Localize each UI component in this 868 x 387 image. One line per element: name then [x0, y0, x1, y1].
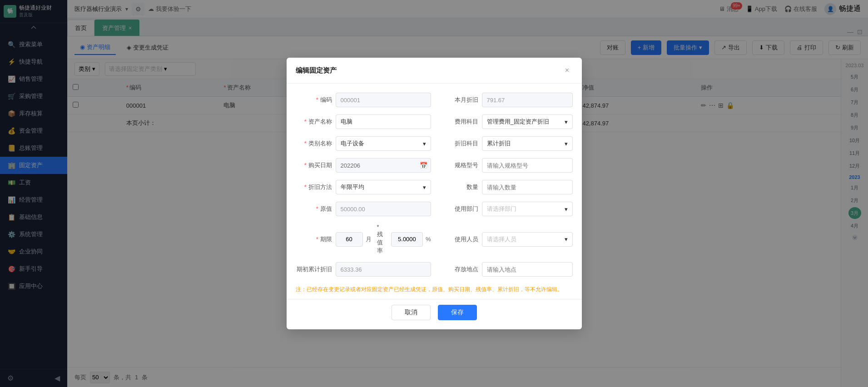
spec-model-input[interactable]	[482, 158, 573, 173]
quantity-input[interactable]	[482, 180, 573, 194]
save-button[interactable]: 保存	[438, 305, 477, 320]
original-value-label: * 原值	[296, 205, 332, 213]
accum-dep-input	[336, 262, 431, 277]
storage-location-label: 存放地点	[442, 265, 478, 273]
purchase-date-wrap: 📅	[336, 158, 431, 173]
modal-footer: 取消 保存	[287, 299, 582, 329]
modal-note: 注：已经存在变更记录或者对应固定资产已经生成凭证，原值、购买日期、残值率、累计折…	[287, 286, 582, 299]
category-row: * 类别名称 电子设备 ▾	[296, 136, 431, 151]
dep-method-row: * 折旧方法 年限平均 ▾	[296, 180, 431, 194]
purchase-date-label: * 购买日期	[296, 161, 332, 169]
modal-close-btn[interactable]: ×	[562, 65, 573, 76]
use-dept-row: 使用部门 请选择部门 ▾	[442, 202, 573, 216]
period-label: * 期限	[296, 235, 332, 243]
residual-rate-input[interactable]	[391, 232, 423, 247]
dep-method-label: * 折旧方法	[296, 183, 332, 191]
use-person-select[interactable]: 请选择人员 ▾	[482, 232, 573, 247]
expense-subject-select[interactable]: 管理费用_固定资产折旧 ▾	[482, 114, 573, 129]
period-unit-label: 月	[366, 235, 372, 243]
modal-overlay[interactable]: 编辑固定资产 × * 编码 本月折旧 * 资产名称	[0, 0, 868, 387]
dep-subject-label: 折旧科目	[442, 139, 478, 148]
code-label: * 编码	[296, 96, 332, 104]
dep-method-chevron-icon: ▾	[423, 184, 426, 191]
storage-location-row: 存放地点	[442, 262, 573, 277]
original-value-input[interactable]	[336, 202, 431, 216]
period-inputs: 月 * 残值率 %	[336, 223, 431, 255]
original-value-row: * 原值	[296, 202, 431, 216]
expense-chevron-icon: ▾	[565, 119, 568, 125]
monthly-depreciation-row: 本月折旧	[442, 93, 573, 107]
category-select[interactable]: 电子设备 ▾	[336, 136, 431, 151]
edit-asset-modal: 编辑固定资产 × * 编码 本月折旧 * 资产名称	[287, 58, 582, 329]
residual-rate-label: * 残值率	[377, 223, 387, 255]
use-person-row: 使用人员 请选择人员 ▾	[442, 223, 573, 255]
cancel-button[interactable]: 取消	[392, 305, 431, 320]
residual-rate-unit: %	[426, 236, 431, 243]
code-input[interactable]	[336, 93, 431, 107]
dep-subject-select[interactable]: 累计折旧 ▾	[482, 136, 573, 151]
purchase-date-input[interactable]	[336, 158, 431, 173]
modal-title: 编辑固定资产	[296, 66, 337, 75]
modal-body: * 编码 本月折旧 * 资产名称 费用科目 管理费用_固定资产折旧	[287, 84, 582, 286]
period-row: * 期限 月 * 残值率 %	[296, 223, 431, 255]
purchase-date-row: * 购买日期 📅	[296, 158, 431, 173]
quantity-label: 数量	[442, 183, 478, 191]
use-dept-select[interactable]: 请选择部门 ▾	[482, 202, 573, 216]
dep-subject-row: 折旧科目 累计折旧 ▾	[442, 136, 573, 151]
use-person-chevron-icon: ▾	[565, 236, 568, 243]
accum-dep-row: 期初累计折旧	[296, 262, 431, 277]
category-label: * 类别名称	[296, 139, 332, 148]
period-input[interactable]	[336, 232, 363, 247]
expense-subject-label: 费用科目	[442, 118, 478, 126]
asset-name-input[interactable]	[336, 114, 431, 129]
spec-model-row: 规格型号	[442, 158, 573, 173]
use-dept-chevron-icon: ▾	[565, 206, 568, 213]
code-field-row: * 编码	[296, 93, 431, 107]
monthly-dep-input	[482, 93, 573, 107]
accum-dep-label: 期初累计折旧	[296, 265, 332, 273]
expense-subject-row: 费用科目 管理费用_固定资产折旧 ▾	[442, 114, 573, 129]
asset-name-row: * 资产名称	[296, 114, 431, 129]
quantity-row: 数量	[442, 180, 573, 194]
asset-name-label: * 资产名称	[296, 118, 332, 126]
monthly-dep-label: 本月折旧	[442, 96, 478, 104]
use-person-label: 使用人员	[442, 235, 478, 243]
spec-model-label: 规格型号	[442, 161, 478, 169]
category-chevron-icon: ▾	[423, 140, 426, 147]
dep-subject-chevron-icon: ▾	[565, 140, 568, 147]
modal-header: 编辑固定资产 ×	[287, 58, 582, 84]
storage-location-input[interactable]	[482, 262, 573, 277]
dep-method-select[interactable]: 年限平均 ▾	[336, 180, 431, 194]
use-dept-label: 使用部门	[442, 205, 478, 213]
